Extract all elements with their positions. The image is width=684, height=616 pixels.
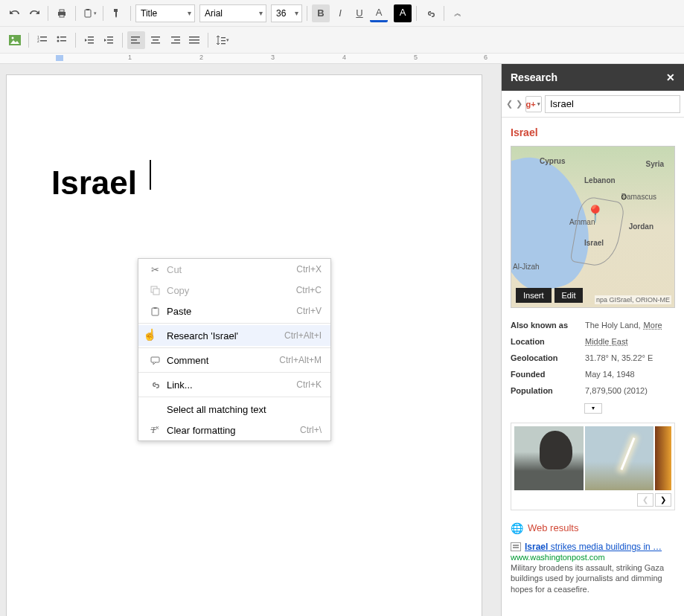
svg-rect-14: [60, 40, 66, 42]
research-panel: Research ✕ ❮ ❯ g+ Israel Cyprus Syria Le…: [501, 64, 684, 616]
map-label-jordan: Jordan: [629, 222, 653, 231]
document-area[interactable]: Israel ✂ Cut Ctrl+X Copy Ctrl+C Paste Ct…: [0, 64, 501, 616]
bold-button[interactable]: B: [312, 4, 330, 22]
font-family-select[interactable]: Arial: [199, 4, 266, 22]
research-search-input[interactable]: [545, 95, 680, 113]
svg-rect-2: [60, 15, 64, 17]
svg-rect-37: [153, 289, 159, 295]
ctx-comment[interactable]: Comment Ctrl+Alt+M: [138, 350, 330, 370]
pointer-cursor-icon: ☝: [143, 328, 157, 341]
svg-point-12: [57, 39, 60, 42]
facts-expand-button[interactable]: ▾: [584, 403, 602, 414]
search-source-button[interactable]: g+: [525, 96, 542, 112]
fact-row: Geolocation 31.78° N, 35.22° E: [511, 350, 675, 366]
highlight-color-button[interactable]: A: [394, 4, 412, 22]
ruler-tick: 1: [128, 54, 132, 61]
map-label-syria: Syria: [646, 160, 664, 168]
ctx-copy: Copy Ctrl+C: [138, 280, 330, 301]
underline-button[interactable]: U: [351, 4, 368, 22]
ctx-link[interactable]: Link... Ctrl+K: [138, 374, 330, 395]
decrease-indent-button[interactable]: [80, 31, 98, 49]
research-facts: Also known as The Holy Land,More Locatio…: [511, 317, 675, 414]
carousel-image[interactable]: [514, 426, 584, 490]
paragraph-style-select[interactable]: Title: [135, 4, 195, 22]
indent-marker[interactable]: [56, 55, 63, 61]
clipboard-button[interactable]: ▾: [80, 4, 98, 22]
map-insert-button[interactable]: Insert: [516, 288, 552, 303]
research-topic-title[interactable]: Israel: [511, 126, 675, 138]
align-center-button[interactable]: [147, 31, 164, 49]
ctx-select-matching[interactable]: Select all matching text: [138, 399, 330, 420]
paint-format-button[interactable]: [108, 4, 126, 22]
close-panel-button[interactable]: ✕: [666, 71, 675, 83]
carousel-prev-button[interactable]: ❮: [637, 493, 653, 507]
map-edit-button[interactable]: Edit: [554, 288, 584, 303]
insert-link-button[interactable]: [421, 4, 439, 22]
svg-rect-29: [171, 42, 180, 44]
collapse-toolbar-button[interactable]: ︽: [449, 4, 467, 22]
result-url: www.washingtonpost.com: [511, 553, 675, 562]
svg-rect-32: [189, 42, 199, 44]
svg-rect-20: [107, 42, 113, 44]
svg-point-11: [57, 36, 60, 38]
ruler-tick: 6: [484, 54, 488, 61]
align-right-button[interactable]: [166, 31, 184, 49]
svg-point-6: [12, 36, 14, 39]
italic-button[interactable]: I: [331, 4, 349, 22]
result-title-link[interactable]: Israel strikes media buildings in …: [525, 542, 675, 552]
ruler-tick: 2: [199, 54, 203, 61]
insert-image-button[interactable]: [6, 31, 24, 49]
web-result[interactable]: Israel strikes media buildings in … www.…: [511, 542, 675, 596]
clear-format-icon: Tx: [147, 424, 162, 436]
research-map[interactable]: Cyprus Syria Lebanon Damascus ⊙ Amman Jo…: [511, 146, 675, 308]
svg-rect-23: [131, 42, 140, 44]
svg-rect-1: [60, 10, 64, 12]
font-size-select[interactable]: 36: [271, 4, 302, 22]
svg-text:2: 2: [37, 39, 39, 43]
ctx-paste[interactable]: Paste Ctrl+V: [138, 301, 330, 321]
svg-rect-18: [107, 36, 113, 38]
undo-button[interactable]: [6, 4, 24, 22]
print-button[interactable]: [53, 4, 71, 22]
ruler-tick: 5: [414, 54, 418, 61]
svg-rect-34: [221, 40, 226, 41]
align-left-button[interactable]: [127, 31, 145, 49]
align-justify-button[interactable]: [185, 31, 203, 49]
numbered-list-button[interactable]: 12: [33, 31, 51, 49]
svg-rect-30: [189, 36, 199, 38]
svg-rect-39: [153, 307, 156, 309]
ctx-clear-formatting[interactable]: Tx Clear formatting Ctrl+\: [138, 420, 330, 440]
fact-row: Founded May 14, 1948: [511, 366, 675, 382]
globe-icon: 🌐: [511, 522, 523, 534]
fact-row: Also known as The Holy Land,More: [511, 317, 675, 333]
map-label-cyprus: Cyprus: [540, 157, 565, 165]
nav-back-button[interactable]: ❮: [506, 98, 513, 110]
svg-rect-9: [40, 36, 47, 38]
svg-rect-24: [151, 36, 160, 38]
carousel-next-button[interactable]: ❯: [655, 493, 671, 507]
document-text[interactable]: Israel: [51, 164, 437, 202]
svg-rect-13: [60, 36, 66, 38]
line-spacing-button[interactable]: ▾: [213, 31, 231, 49]
facts-more-link[interactable]: More: [644, 321, 662, 330]
svg-rect-10: [40, 40, 47, 42]
horizontal-ruler[interactable]: 1 2 3 4 5 6: [0, 54, 684, 64]
redo-button[interactable]: [25, 4, 43, 22]
increase-indent-button[interactable]: [100, 31, 118, 49]
fact-row: Population 7,879,500 (2012): [511, 382, 675, 399]
toolbar-main: ▾ Title Arial 36 B I U A A ︽: [0, 0, 684, 27]
ctx-research[interactable]: ☝ Research 'Israel' Ctrl+Alt+I: [138, 325, 330, 346]
text-color-button[interactable]: A: [370, 4, 388, 22]
svg-rect-27: [171, 36, 180, 38]
location-link[interactable]: Middle East: [585, 337, 627, 346]
svg-rect-17: [88, 42, 94, 44]
research-nav: ❮ ❯ g+: [502, 91, 684, 118]
svg-rect-26: [151, 42, 160, 44]
carousel-image[interactable]: [585, 426, 654, 490]
map-label-lebanon: Lebanon: [584, 176, 616, 185]
svg-rect-33: [221, 37, 226, 38]
ruler-tick: 3: [271, 54, 275, 61]
bulleted-list-button[interactable]: [53, 31, 71, 49]
carousel-image[interactable]: [655, 426, 671, 490]
nav-forward-button[interactable]: ❯: [516, 98, 522, 110]
